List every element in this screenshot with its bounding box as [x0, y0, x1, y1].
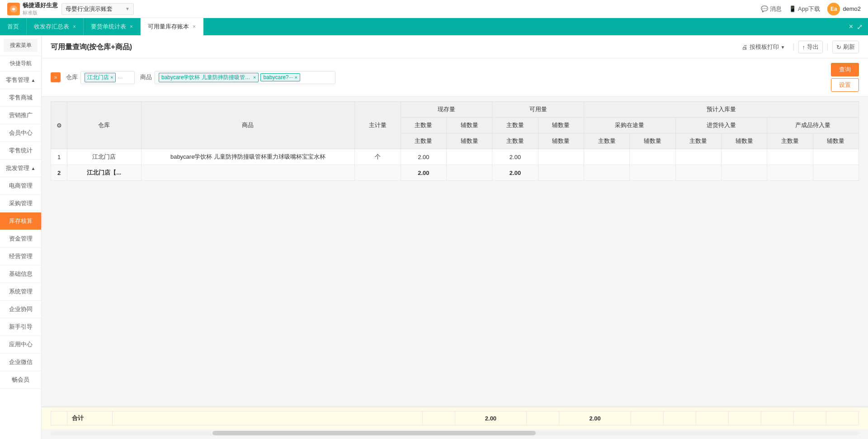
search-menu-button[interactable]: 搜索菜单: [4, 39, 38, 52]
product-tag-1: babycare学饮杯 儿童防摔防撞吸管杯重力球吸嘴杯宝宝水杯 ×: [159, 73, 259, 82]
row1-products-aux: [813, 149, 859, 165]
expand-button[interactable]: »: [51, 72, 61, 82]
tab-order-stats[interactable]: 要货单统计表 ×: [84, 18, 141, 35]
sidebar-item-inventory[interactable]: 库存核算: [0, 212, 41, 230]
message-label: 消息: [770, 5, 782, 13]
sidebar-item-operations[interactable]: 经营管理: [0, 248, 41, 265]
tab-order-label: 要货单统计表: [91, 23, 126, 31]
sidebar-item-retail-stats[interactable]: 零售统计: [0, 142, 41, 160]
message-button[interactable]: 💬 消息: [761, 5, 782, 13]
purchase-transit-header: 采购在途量: [584, 118, 675, 133]
sidebar-item-member[interactable]: 会员中心: [0, 124, 41, 142]
fullscreen-btn[interactable]: ⤢: [857, 23, 863, 31]
export-button[interactable]: ↑ 导出: [798, 41, 823, 53]
tab-available-label: 可用量库存账本: [148, 23, 189, 31]
warehouse-filter-tags[interactable]: 江北门店 × ···: [80, 71, 135, 84]
sidebar-item-ecommerce[interactable]: 电商管理: [0, 177, 41, 195]
sidebar-item-retail-mall[interactable]: 零售商城: [0, 89, 41, 107]
chevron-down-icon: ▼: [781, 45, 785, 50]
warehouse-tag-close[interactable]: ×: [110, 75, 113, 80]
sidebar-batch-mgmt-label: 批发管理: [6, 164, 29, 172]
warehouse-tag-text: 江北门店: [87, 74, 109, 81]
filter-area: » 仓库 江北门店 × ··· 商品 babycare学饮杯 儿童防摔防撞吸管杯…: [42, 58, 868, 97]
product-filter-tags[interactable]: babycare学饮杯 儿童防摔防撞吸管杯重力球吸嘴杯宝宝水杯 × babyca…: [155, 71, 335, 84]
available-group-header: 可用量: [492, 102, 584, 118]
close-icon[interactable]: ×: [130, 24, 133, 30]
chevron-down-icon: ▼: [125, 6, 130, 11]
a-main-h: 主数量: [492, 133, 538, 149]
sidebar-item-wechat-biz[interactable]: 企业微信: [0, 354, 41, 371]
product-tag-2-close[interactable]: ×: [294, 75, 297, 80]
settings-button[interactable]: 设置: [831, 78, 859, 92]
sidebar-item-finance[interactable]: 资金管理: [0, 230, 41, 248]
app-download-label: App下载: [798, 5, 820, 13]
app-download-button[interactable]: 📱 App下载: [789, 5, 820, 13]
avatar: Ea: [827, 3, 840, 15]
sidebar-app-center-label: 应用中心: [9, 340, 33, 349]
tab-home[interactable]: 首页: [0, 18, 27, 35]
sidebar-guide-label: 新手引导: [9, 323, 33, 331]
scrollbar-thumb[interactable]: [212, 431, 536, 435]
row1-products-main: [767, 149, 813, 165]
close-all-btn[interactable]: ×: [849, 23, 853, 31]
sidebar-retail-stats-label: 零售统计: [9, 146, 33, 155]
row2-inbound-main: [675, 165, 721, 181]
pt-main-h: 主数量: [584, 133, 629, 149]
export-label: 导出: [807, 43, 819, 51]
sidebar-item-batch-mgmt[interactable]: 批发管理 ▲: [0, 160, 41, 177]
refresh-icon: ↻: [836, 44, 841, 51]
warehouse-more[interactable]: ···: [118, 74, 123, 81]
print-icon: 🖨: [742, 44, 748, 51]
tab-available-stock[interactable]: 可用量库存账本 ×: [141, 18, 203, 35]
horizontal-scrollbar[interactable]: [51, 431, 859, 435]
export-icon: ↑: [802, 44, 806, 51]
sidebar-item-vip[interactable]: 畅会员: [0, 371, 41, 389]
logo-sub-text: 标准版: [23, 9, 58, 16]
sidebar-nav-button[interactable]: 快捷导航: [0, 56, 41, 71]
sidebar-item-purchase[interactable]: 采购管理: [0, 195, 41, 212]
sidebar-item-marketing[interactable]: 营销推广: [0, 107, 41, 124]
sidebar-retail-mgmt-label: 零售管理: [6, 76, 29, 84]
phone-icon: 📱: [789, 5, 796, 12]
top-bar-left: 畅捷通好生意 标准版 母婴行业演示账套 ▼: [7, 2, 134, 16]
pp-aux-h: 辅数量: [813, 133, 859, 149]
row2-current-aux: [447, 165, 492, 181]
sidebar-member-label: 会员中心: [9, 129, 33, 137]
sidebar-basic-label: 基础信息: [9, 270, 33, 278]
current-main-qty-header: 主数量: [401, 118, 446, 133]
print-button[interactable]: 🖨 按模板打印 ▼: [738, 41, 789, 53]
sidebar-system-label: 系统管理: [9, 288, 33, 296]
sidebar-item-retail-mgmt[interactable]: 零售管理 ▲: [0, 71, 41, 89]
row1-purchase-aux: [630, 149, 675, 165]
row1-purchase-main: [584, 149, 629, 165]
main-unit-col-header: 主计量: [355, 102, 401, 149]
query-button[interactable]: 查询: [831, 63, 859, 76]
settings-gear-header[interactable]: ⚙: [51, 102, 67, 149]
row1-current-aux: [447, 149, 492, 165]
row2-current-main: 2.00: [401, 165, 446, 181]
close-icon[interactable]: ×: [193, 24, 196, 30]
row1-avail-main: 2.00: [492, 149, 538, 165]
refresh-button[interactable]: ↻ 刷新: [832, 41, 859, 53]
logo-main-text: 畅捷通好生意: [23, 2, 58, 9]
available-main-qty-header: 主数量: [492, 118, 538, 133]
sidebar-item-basic[interactable]: 基础信息: [0, 265, 41, 283]
sidebar-item-app-center[interactable]: 应用中心: [0, 336, 41, 354]
print-label: 按模板打印: [750, 43, 779, 51]
sidebar-item-guide[interactable]: 新手引导: [0, 318, 41, 336]
sidebar-item-system[interactable]: 系统管理: [0, 283, 41, 301]
tab-receipt-summary[interactable]: 收发存汇总表 ×: [27, 18, 84, 35]
sidebar-enterprise-label: 企业协同: [9, 305, 33, 313]
product-col-header: 商品: [141, 102, 355, 149]
logo-icon: [7, 3, 20, 15]
top-bar: 畅捷通好生意 标准版 母婴行业演示账套 ▼ 💬 消息 📱 App下载 Ea de…: [0, 0, 868, 18]
product-tag-1-close[interactable]: ×: [253, 75, 256, 80]
close-icon[interactable]: ×: [73, 24, 76, 30]
chevron-up-icon: ▲: [31, 78, 36, 83]
row2-inbound-aux: [721, 165, 767, 181]
user-menu[interactable]: Ea demo2: [827, 3, 861, 15]
row2-warehouse: 江北门店【...: [67, 165, 142, 181]
sidebar-item-enterprise[interactable]: 企业协同: [0, 301, 41, 318]
industry-selector[interactable]: 母婴行业演示账套 ▼: [61, 3, 134, 15]
product-filter-group: 商品 babycare学饮杯 儿童防摔防撞吸管杯重力球吸嘴杯宝宝水杯 × bab…: [140, 71, 335, 84]
